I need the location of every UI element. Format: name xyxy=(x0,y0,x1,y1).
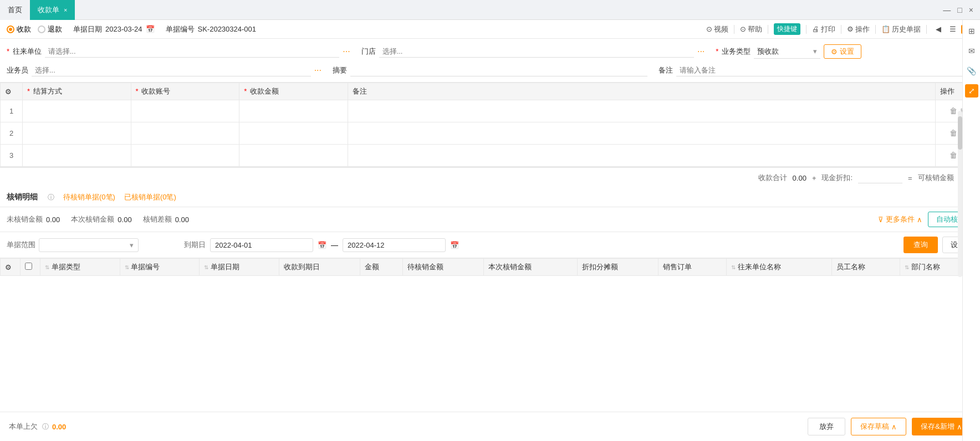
footer-info-icon[interactable]: ⓘ xyxy=(42,422,49,432)
writeoff-info-icon[interactable]: ⓘ xyxy=(48,193,54,202)
history-action[interactable]: 📋 历史单据 xyxy=(881,24,921,34)
settlement-input-1[interactable] xyxy=(23,100,131,122)
remarks-input[interactable] xyxy=(676,64,973,76)
range-label: 单据范围 xyxy=(7,240,35,250)
partner-input[interactable] xyxy=(45,45,340,58)
delete-icon-3[interactable]: 🗑 xyxy=(950,151,957,160)
remarks-field: 备注 xyxy=(659,64,973,76)
receipt-radio[interactable]: 收款 xyxy=(7,24,31,34)
remarks-input-3[interactable] xyxy=(348,145,935,166)
diff-field: 核销差额 0.00 xyxy=(143,214,189,224)
form-row-2: 业务员 ··· 摘要 备注 xyxy=(7,64,973,76)
due-date-label: 到期日 xyxy=(184,240,206,250)
partner-field: * 往来单位 ··· xyxy=(7,45,350,58)
account-cell-3[interactable] xyxy=(131,145,239,167)
due-date-th: 收款到期日 xyxy=(279,259,360,276)
business-type-select[interactable]: 预收款 ▾ xyxy=(754,45,820,59)
current-amount-th: 本次核销金额 xyxy=(483,259,577,276)
history-icon: 📋 xyxy=(881,25,890,33)
form-area: * 往来单位 ··· 门店 ··· * 业务类型 预收款 ▾ xyxy=(0,39,980,83)
account-cell-1[interactable] xyxy=(131,100,239,122)
doc-type-th: ⇅ 单据类型 xyxy=(40,259,120,276)
scroll-thumb[interactable] xyxy=(958,116,962,150)
done-tab-link[interactable]: 已核销单据(0笔) xyxy=(124,192,176,202)
settlement-input-2[interactable] xyxy=(23,122,131,144)
calendar-end-icon[interactable]: 📅 xyxy=(450,241,459,249)
right-panel-email-icon[interactable]: ✉ xyxy=(965,44,978,58)
form-row-1: * 往来单位 ··· 门店 ··· * 业务类型 预收款 ▾ xyxy=(7,44,973,59)
remarks-input-1[interactable] xyxy=(348,100,935,122)
store-input[interactable] xyxy=(379,45,694,58)
calendar-icon[interactable]: 📅 xyxy=(146,25,155,33)
amount-cell-2[interactable] xyxy=(239,122,348,145)
gear-icon: ⚙ xyxy=(831,48,838,56)
pending-tab-link[interactable]: 待核销单据(0笔) xyxy=(63,192,115,202)
refund-radio[interactable]: 退款 xyxy=(38,24,62,34)
tab-receipt[interactable]: 收款单 × xyxy=(30,0,75,20)
video-action[interactable]: ⊙ 视频 xyxy=(706,24,728,34)
partner-more-btn[interactable]: ··· xyxy=(343,47,350,57)
account-cell-2[interactable] xyxy=(131,122,239,145)
form-settings-button[interactable]: ⚙ 设置 xyxy=(824,44,861,59)
settlement-cell-2[interactable] xyxy=(23,122,131,145)
staff-input[interactable] xyxy=(32,64,311,76)
bottom-checkbox-th xyxy=(21,259,40,276)
discount-input[interactable] xyxy=(858,172,902,183)
footer-page-value: 0.00 xyxy=(52,423,66,431)
settlement-cell-1[interactable] xyxy=(23,100,131,122)
store-more-btn[interactable]: ··· xyxy=(697,47,705,57)
business-type-label: * 业务类型 xyxy=(716,47,751,57)
help-action[interactable]: ⊙ 帮助 xyxy=(740,24,762,34)
settlement-cell-3[interactable] xyxy=(23,145,131,167)
save-draft-button[interactable]: 保存草稿 ∧ xyxy=(851,418,906,435)
bottom-gear-th[interactable]: ⚙ xyxy=(1,259,21,276)
remarks-input-2[interactable] xyxy=(348,122,935,144)
prev-view-icon[interactable]: ◀ xyxy=(932,25,945,34)
scroll-track[interactable] xyxy=(958,111,962,277)
delete-icon-1[interactable]: 🗑 xyxy=(950,106,957,116)
abandon-button[interactable]: 放弃 xyxy=(808,418,845,435)
close-button[interactable]: × xyxy=(969,6,973,14)
settlement-input-3[interactable] xyxy=(23,145,131,166)
amount-input-2[interactable] xyxy=(239,122,348,144)
staff-more-btn[interactable]: ··· xyxy=(314,65,321,75)
account-th: * 收款账号 xyxy=(131,83,239,100)
right-panel-table-icon[interactable]: ⊞ xyxy=(965,24,978,38)
discount-th: 折扣分摊额 xyxy=(578,259,659,276)
diff-label: 核销差额 xyxy=(143,214,172,224)
more-filter-btn[interactable]: ⊽ 更多条件 ∧ xyxy=(878,214,922,224)
amount-cell-3[interactable] xyxy=(239,145,348,167)
summary-input[interactable] xyxy=(350,64,647,76)
list-view-icon[interactable]: ☰ xyxy=(947,25,959,34)
due-date-end-input[interactable] xyxy=(343,238,446,252)
writeoff-table: ⚙ ⇅ 单据类型 ⇅ 单据编号 ⇅ 单据日期 xyxy=(0,258,980,276)
account-input-1[interactable] xyxy=(131,100,239,122)
account-input-2[interactable] xyxy=(131,122,239,144)
due-date-start-input[interactable] xyxy=(210,238,313,252)
amount-input-1[interactable] xyxy=(239,100,348,122)
print-action[interactable]: 🖨 打印 xyxy=(812,24,835,34)
operation-action[interactable]: ⚙ 操作 xyxy=(847,24,870,34)
total-label: 收款合计 xyxy=(758,173,787,183)
store-label: 门店 xyxy=(361,47,376,57)
range-select[interactable]: ▾ xyxy=(39,238,139,252)
calendar-start-icon[interactable]: 📅 xyxy=(318,241,326,249)
amount-input-3[interactable] xyxy=(239,145,348,166)
gear-th[interactable]: ⚙ xyxy=(1,83,23,100)
shortcut-action[interactable]: 快捷键 xyxy=(774,23,800,35)
receipt-table: ⚙ * 结算方式 * 收款账号 * 收款金额 备注 操作 xyxy=(0,83,980,167)
minimize-button[interactable]: — xyxy=(943,6,951,14)
account-input-3[interactable] xyxy=(131,145,239,166)
tab-close-icon[interactable]: × xyxy=(64,7,67,13)
delete-icon-2[interactable]: 🗑 xyxy=(950,129,957,138)
tab-home[interactable]: 首页 xyxy=(0,0,30,20)
select-all-checkbox[interactable] xyxy=(25,263,32,270)
amount-cell-1[interactable] xyxy=(239,100,348,122)
right-panel-clip-icon[interactable]: 📎 xyxy=(965,64,978,78)
maximize-button[interactable]: □ xyxy=(957,6,962,14)
query-button[interactable]: 查询 xyxy=(904,237,938,253)
remarks-cell-2[interactable] xyxy=(348,122,935,145)
remarks-cell-1[interactable] xyxy=(348,100,935,122)
remarks-cell-3[interactable] xyxy=(348,145,935,167)
right-panel-expand-icon[interactable]: ⤢ xyxy=(965,84,978,98)
